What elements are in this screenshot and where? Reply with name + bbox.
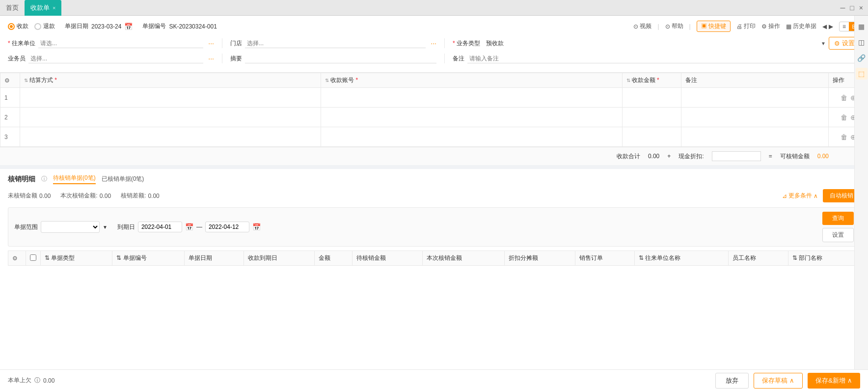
radio-refund[interactable]: 退款 (34, 22, 55, 30)
sidebar-icon-4[interactable]: ⬚ (856, 68, 868, 80)
table-gear-icon[interactable]: ⚙ (4, 77, 10, 84)
window-close-btn[interactable]: × (859, 4, 863, 12)
date-field: 单据日期 2023-03-24 📅 (65, 22, 133, 30)
row1-remark[interactable] (681, 88, 828, 108)
top-row: 收款 退款 单据日期 2023-03-24 📅 单据编号 SK-20230324… (8, 21, 860, 32)
row1-amount[interactable] (622, 88, 681, 108)
date-value[interactable]: 2023-03-24 (91, 23, 121, 30)
footer-left: 本单上欠 ⓘ 0.00 (8, 376, 54, 385)
more-conditions-btn[interactable]: ⊿ 更多条件 ∧ (782, 192, 818, 200)
section-divider (0, 165, 868, 169)
row3-num: 3 (0, 127, 20, 147)
filter-settings-btn[interactable]: 设置 (822, 228, 854, 242)
abandon-btn[interactable]: 放弃 (715, 373, 749, 389)
query-btn[interactable]: 查询 (822, 212, 854, 225)
save-draft-label: 保存草稿 (762, 376, 787, 385)
plus-sign: + (667, 153, 671, 160)
filter-date-start[interactable] (138, 222, 182, 232)
next-arrow[interactable]: ▶ (829, 23, 833, 30)
remark-group: 备注 (453, 54, 860, 63)
bottom-gear-icon[interactable]: ⚙ (12, 255, 18, 262)
list-view-btn[interactable]: ≡ (840, 22, 849, 31)
video-btn[interactable]: ⊙ 视频 (633, 22, 651, 30)
equals-sign: = (769, 153, 772, 160)
row1-account[interactable] (321, 88, 622, 108)
radio-receipt[interactable]: 收款 (8, 22, 28, 30)
row3-remark[interactable] (681, 127, 828, 147)
help-btn[interactable]: ⊙ 帮助 (665, 22, 683, 30)
th-amount: ⇅ 收款金额 * (622, 73, 681, 88)
window-max-btn[interactable]: □ (850, 4, 854, 12)
shortcut-btn[interactable]: ▣ 快捷键 (697, 21, 731, 32)
row2-account[interactable] (321, 108, 622, 127)
bill-label: 本单上欠 (8, 376, 31, 385)
filter-icon: ⊿ (782, 193, 787, 199)
operation-btn[interactable]: ⚙ 操作 (761, 22, 780, 30)
select-all-checkbox[interactable] (30, 254, 36, 261)
shortcut-label: 快捷键 (708, 23, 726, 29)
hexiao-info-icon[interactable]: ⓘ (41, 175, 47, 183)
filter-date-end[interactable] (205, 222, 249, 232)
help-icon: ⊙ (665, 23, 670, 30)
sidebar-icon-2[interactable]: ◫ (856, 36, 868, 48)
sidebar-icon-3[interactable]: 🔗 (856, 52, 868, 64)
row2-settlement[interactable] (20, 108, 321, 127)
discount-input[interactable] (712, 151, 761, 161)
store-input[interactable] (245, 39, 426, 48)
date-end-calendar-icon[interactable]: 📅 (252, 223, 261, 231)
current-stat: 本次核销金额: 0.00 (60, 192, 111, 200)
tab-receipt[interactable]: 收款单 × (25, 0, 61, 16)
help-label: 帮助 (672, 22, 683, 30)
bth-amount: 金额 (314, 251, 352, 266)
diff-value: 0.00 (148, 193, 159, 199)
save-new-arrow[interactable]: ∧ (847, 377, 852, 384)
pending-tab[interactable]: 待核销单据(0笔) (53, 174, 96, 184)
print-btn[interactable]: 🖨 打印 (736, 22, 756, 30)
tab-home[interactable]: 首页 (0, 0, 25, 16)
window-min-btn[interactable]: ─ (840, 4, 845, 12)
row3-account[interactable] (321, 127, 622, 147)
row1-delete-btn[interactable]: 🗑 (841, 94, 847, 102)
save-draft-btn[interactable]: 保存草稿 ∧ (754, 373, 803, 389)
divider4 (444, 54, 445, 63)
staff-group: 业务员 ··· (8, 54, 214, 63)
calendar-icon[interactable]: 📅 (124, 23, 133, 30)
row2-remark[interactable] (681, 108, 828, 127)
footer-spacer (0, 271, 868, 295)
save-draft-arrow[interactable]: ∧ (789, 377, 794, 384)
discount-label: 现金折扣: (678, 152, 704, 161)
business-type-arrow[interactable]: ▼ (821, 41, 826, 46)
counterpart-input[interactable] (38, 39, 203, 48)
date-start-calendar-icon[interactable]: 📅 (185, 223, 193, 231)
row3-amount[interactable] (622, 127, 681, 147)
diff-stat: 核销差额: 0.00 (121, 192, 160, 200)
staff-more-btn[interactable]: ··· (208, 55, 214, 62)
settings-icon: ⚙ (834, 40, 840, 47)
bill-info-icon[interactable]: ⓘ (34, 376, 40, 385)
summary-input[interactable] (245, 54, 436, 63)
sidebar-icon-1[interactable]: ▦ (856, 21, 868, 32)
row3-settlement[interactable] (20, 127, 321, 147)
remark-input[interactable] (467, 54, 860, 63)
filter-range-arrow[interactable]: ▼ (103, 224, 108, 230)
store-more-btn[interactable]: ··· (431, 39, 436, 47)
row2-amount[interactable] (622, 108, 681, 127)
radio-receipt-dot (8, 23, 15, 30)
row2-delete-btn[interactable]: 🗑 (841, 113, 847, 121)
counterpart-more-btn[interactable]: ··· (208, 39, 214, 47)
filter-range-select[interactable] (41, 221, 100, 233)
save-new-btn[interactable]: 保存&新增 ∧ (808, 373, 860, 389)
stats-row: 未核销金额 0.00 本次核销金额: 0.00 核销差额: 0.00 ⊿ 更多条… (8, 189, 860, 202)
footer: 本单上欠 ⓘ 0.00 放弃 保存草稿 ∧ 保存&新增 ∧ (0, 369, 868, 391)
row1-settlement[interactable] (20, 88, 321, 108)
business-type-value: 预收款 (486, 39, 504, 48)
footer-right: 放弃 保存草稿 ∧ 保存&新增 ∧ (715, 373, 860, 389)
bth-checkbox (26, 251, 41, 266)
history-btn[interactable]: ▦ 历史单据 (786, 22, 816, 30)
current-value: 0.00 (100, 193, 111, 199)
prev-arrow[interactable]: ◀ (822, 23, 827, 30)
done-tab[interactable]: 已核销单据(0笔) (102, 175, 144, 183)
tab-receipt-close[interactable]: × (53, 5, 55, 11)
row3-delete-btn[interactable]: 🗑 (841, 133, 847, 141)
staff-input[interactable] (28, 54, 203, 63)
